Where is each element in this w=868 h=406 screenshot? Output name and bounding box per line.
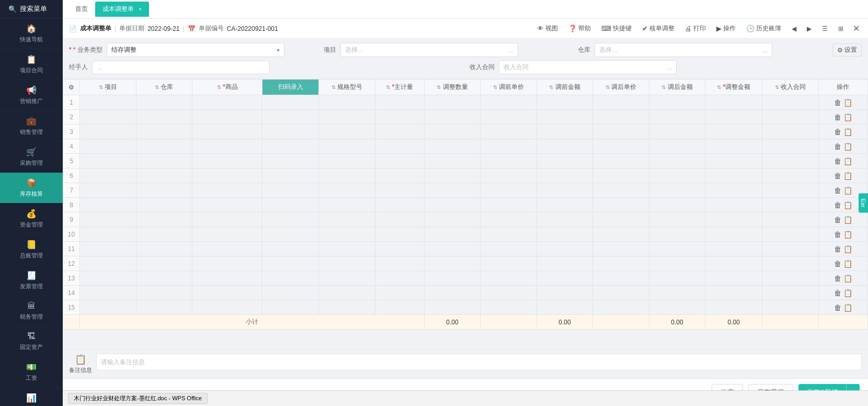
- col-header-product[interactable]: ⇅ *商品: [192, 80, 262, 95]
- sidebar-item-project-contract[interactable]: 📋 项目合同: [0, 49, 63, 80]
- cell-unit[interactable]: [375, 168, 424, 183]
- cell-adjust-amount[interactable]: [705, 168, 762, 183]
- delete-icon[interactable]: 🗑: [834, 157, 841, 165]
- print-btn[interactable]: 🖨 打印: [682, 23, 709, 34]
- cell-warehouse[interactable]: [136, 110, 192, 125]
- cell-unit[interactable]: [375, 242, 424, 256]
- copy-icon[interactable]: 📋: [843, 186, 852, 195]
- delete-icon[interactable]: 🗑: [834, 186, 841, 195]
- delete-icon[interactable]: 🗑: [834, 274, 841, 283]
- cell-after-price[interactable]: [593, 139, 649, 154]
- cell-unit[interactable]: [375, 286, 424, 300]
- cell-product[interactable]: [192, 95, 262, 110]
- cell-project[interactable]: [80, 110, 136, 125]
- cell-project[interactable]: [80, 212, 136, 227]
- check-adjust-btn[interactable]: ✔ 核单调整: [639, 23, 678, 34]
- cell-after-price[interactable]: [593, 300, 649, 315]
- cell-before-amount[interactable]: [536, 95, 593, 110]
- cell-after-price[interactable]: [593, 168, 649, 183]
- delete-icon[interactable]: 🗑: [834, 113, 841, 121]
- delete-icon[interactable]: 🗑: [834, 289, 841, 297]
- copy-icon[interactable]: 📋: [843, 98, 852, 107]
- cell-after-amount[interactable]: [649, 125, 705, 139]
- cell-product[interactable]: [192, 227, 262, 242]
- cell-before-price[interactable]: [481, 183, 537, 198]
- cell-unit[interactable]: [375, 125, 424, 139]
- cell-income-contract[interactable]: [762, 110, 819, 125]
- biz-type-select[interactable]: 结存调整 ▾: [107, 43, 284, 57]
- cell-product[interactable]: [192, 271, 262, 286]
- cell-before-amount[interactable]: [536, 286, 593, 300]
- cell-income-contract[interactable]: [762, 227, 819, 242]
- cell-qty[interactable]: [424, 168, 481, 183]
- cell-scan[interactable]: [262, 154, 319, 168]
- cell-adjust-amount[interactable]: [705, 286, 762, 300]
- cell-project[interactable]: [80, 154, 136, 168]
- cell-project[interactable]: [80, 242, 136, 256]
- sidebar-item-ops-mgmt[interactable]: 📊 经营管理: [0, 388, 63, 406]
- sidebar-item-fixed-assets[interactable]: 🏗 固定资产: [0, 326, 63, 357]
- cell-income-contract[interactable]: [762, 183, 819, 198]
- cell-before-amount[interactable]: [536, 212, 593, 227]
- cell-income-contract[interactable]: [762, 212, 819, 227]
- col-header-after-price[interactable]: ⇅ 调后单价: [593, 80, 649, 95]
- cell-after-amount[interactable]: [649, 286, 705, 300]
- cell-income-contract[interactable]: [762, 154, 819, 168]
- sidebar-item-invoice-mgmt[interactable]: 🧾 发票管理: [0, 265, 63, 296]
- cell-product[interactable]: [192, 125, 262, 139]
- delete-icon[interactable]: 🗑: [834, 142, 841, 151]
- copy-icon[interactable]: 📋: [843, 289, 852, 297]
- cell-spec[interactable]: [319, 168, 375, 183]
- copy-icon[interactable]: 📋: [843, 142, 852, 151]
- cell-spec[interactable]: [319, 125, 375, 139]
- cell-spec[interactable]: [319, 286, 375, 300]
- sidebar-search[interactable]: 🔍 搜索菜单: [0, 0, 63, 18]
- copy-icon[interactable]: 📋: [843, 303, 852, 312]
- col-header-before-amount[interactable]: ⇅ 调前金额: [536, 80, 593, 95]
- cell-after-price[interactable]: [593, 198, 649, 212]
- remarks-toggle[interactable]: 📋 备注信息: [69, 354, 92, 374]
- col-header-spec[interactable]: ⇅ 规格型号: [319, 80, 375, 95]
- cell-qty[interactable]: [424, 125, 481, 139]
- cell-before-price[interactable]: [481, 271, 537, 286]
- cell-after-amount[interactable]: [649, 95, 705, 110]
- copy-icon[interactable]: 📋: [843, 216, 852, 224]
- cell-project[interactable]: [80, 198, 136, 212]
- cell-after-price[interactable]: [593, 110, 649, 125]
- tab-home[interactable]: 首页: [68, 2, 95, 17]
- cell-project[interactable]: [80, 300, 136, 315]
- cell-qty[interactable]: [424, 198, 481, 212]
- cell-after-price[interactable]: [593, 95, 649, 110]
- cell-warehouse[interactable]: [136, 271, 192, 286]
- sidebar-item-quick-nav[interactable]: 🏠 快速导航: [0, 18, 63, 49]
- cell-before-amount[interactable]: [536, 300, 593, 315]
- delete-icon[interactable]: 🗑: [834, 98, 841, 107]
- cell-before-amount[interactable]: [536, 125, 593, 139]
- cell-after-price[interactable]: [593, 183, 649, 198]
- cell-scan[interactable]: [262, 198, 319, 212]
- cell-adjust-amount[interactable]: [705, 139, 762, 154]
- cell-scan[interactable]: [262, 212, 319, 227]
- copy-icon[interactable]: 📋: [843, 128, 852, 136]
- cell-scan[interactable]: [262, 300, 319, 315]
- list-view-btn[interactable]: ☰: [819, 24, 831, 33]
- col-header-qty[interactable]: ⇅ 调整数量: [424, 80, 481, 95]
- cell-unit[interactable]: [375, 154, 424, 168]
- cell-before-price[interactable]: [481, 286, 537, 300]
- cell-project[interactable]: [80, 256, 136, 271]
- tab-close-icon[interactable]: ×: [139, 6, 142, 12]
- cell-qty[interactable]: [424, 227, 481, 242]
- cell-warehouse[interactable]: [136, 286, 192, 300]
- cell-before-amount[interactable]: [536, 271, 593, 286]
- cell-adjust-amount[interactable]: [705, 242, 762, 256]
- cell-unit[interactable]: [375, 300, 424, 315]
- cell-product[interactable]: [192, 139, 262, 154]
- cell-adjust-amount[interactable]: [705, 271, 762, 286]
- cell-spec[interactable]: [319, 139, 375, 154]
- col-header-unit[interactable]: ⇅ *主计量: [375, 80, 424, 95]
- cell-income-contract[interactable]: [762, 242, 819, 256]
- cell-before-price[interactable]: [481, 168, 537, 183]
- delete-icon[interactable]: 🗑: [834, 172, 841, 180]
- cell-scan[interactable]: [262, 183, 319, 198]
- cell-after-price[interactable]: [593, 154, 649, 168]
